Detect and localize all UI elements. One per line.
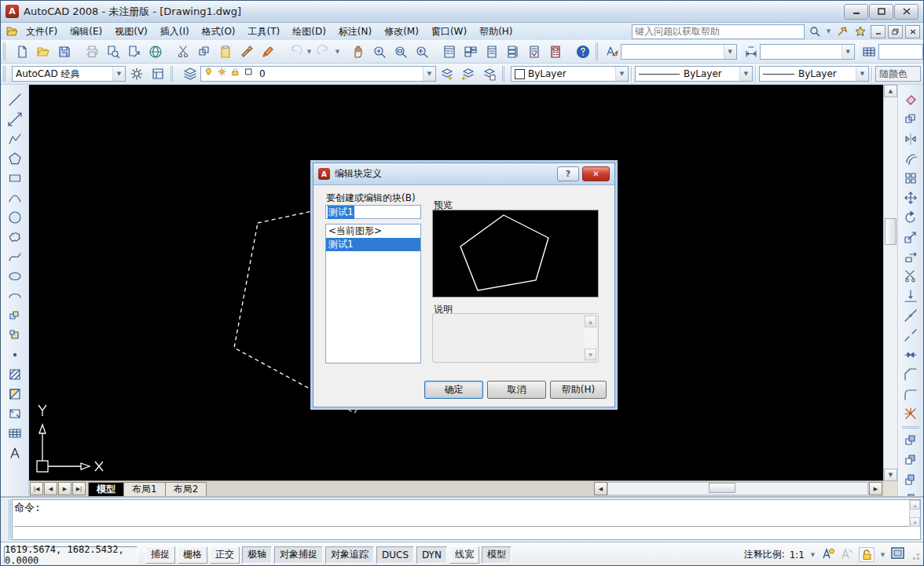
description-box[interactable]: ▲ ▼ xyxy=(432,313,599,363)
dim-style-combo[interactable]: ▼ xyxy=(760,44,854,60)
layer-unlock-icon[interactable] xyxy=(231,68,242,81)
toggle-正交[interactable]: 正交 xyxy=(210,546,240,564)
layer-properties-manager-icon[interactable] xyxy=(179,64,200,84)
save-icon[interactable] xyxy=(53,42,75,62)
explode-icon[interactable] xyxy=(900,404,922,423)
dialog-title-bar[interactable]: A 编辑块定义 ? ✕ xyxy=(314,163,614,185)
block-editor-icon[interactable] xyxy=(257,42,278,62)
array-icon[interactable] xyxy=(900,168,922,188)
chevron-down-icon[interactable]: ▼ xyxy=(423,67,435,81)
command-text-area[interactable]: 命令: ▲ ▼ xyxy=(12,499,921,540)
chevron-down-icon[interactable]: ▼ xyxy=(724,45,736,59)
workspace-combo[interactable]: AutoCAD 经典▼ xyxy=(12,66,126,82)
color-combo[interactable]: ByLayer▼ xyxy=(511,66,629,82)
fillet-icon[interactable] xyxy=(900,384,922,404)
match-properties-icon[interactable] xyxy=(236,42,257,62)
make-layer-current-icon[interactable] xyxy=(436,64,457,84)
chevron-down-icon[interactable]: ▼ xyxy=(615,67,628,81)
command-window-drag-handle[interactable] xyxy=(2,499,11,540)
polygon-icon[interactable] xyxy=(4,148,26,168)
mdi-minimize-button[interactable] xyxy=(871,25,886,38)
copy-icon[interactable] xyxy=(193,42,214,62)
construction-line-icon[interactable] xyxy=(4,109,26,129)
workspace-settings-gear-icon[interactable] xyxy=(126,64,147,84)
break-icon[interactable] xyxy=(900,325,922,345)
help-search-input[interactable] xyxy=(632,24,805,39)
table-icon[interactable] xyxy=(4,423,26,443)
make-block-icon[interactable] xyxy=(4,325,26,345)
linetype-combo[interactable]: ByLayer▼ xyxy=(635,66,753,82)
scroll-left-icon[interactable]: ◀ xyxy=(594,482,607,495)
tab-模型[interactable]: 模型 xyxy=(88,482,124,496)
block-name-input[interactable]: 测试1 xyxy=(325,205,421,219)
menu-3[interactable]: 视图(V) xyxy=(108,24,154,40)
scroll-right-icon[interactable]: ▶ xyxy=(869,482,882,495)
block-list[interactable]: <当前图形>测试1 xyxy=(325,224,421,363)
toggle-对象捕捉[interactable]: 对象捕捉 xyxy=(274,546,323,564)
dialog-close-button[interactable]: ✕ xyxy=(582,166,610,181)
block-list-item-1[interactable]: <当前图形> xyxy=(326,225,420,238)
annotation-autoscale-icon[interactable] xyxy=(840,547,854,562)
table-style-combo[interactable] xyxy=(878,44,923,60)
lineweight-combo[interactable]: ByLayer▼ xyxy=(759,66,869,82)
hatch-icon[interactable] xyxy=(4,364,26,384)
insert-block-icon[interactable] xyxy=(4,305,26,325)
circle-icon[interactable] xyxy=(4,207,26,227)
gradient-icon[interactable] xyxy=(4,384,26,404)
search-icon[interactable] xyxy=(807,24,823,39)
properties-icon[interactable] xyxy=(438,42,460,62)
toggle-DUCS[interactable]: DUCS xyxy=(376,546,414,564)
open-file-icon[interactable] xyxy=(32,42,53,62)
chevron-down-icon[interactable]: ▼ xyxy=(112,67,125,81)
mirror-icon[interactable] xyxy=(900,129,922,148)
scroll-down-icon[interactable]: ▼ xyxy=(585,349,596,360)
break-at-point-icon[interactable] xyxy=(900,305,922,325)
scroll-down-icon[interactable]: ▼ xyxy=(884,469,897,481)
toggle-极轴[interactable]: 极轴 xyxy=(242,546,272,564)
cut-icon[interactable] xyxy=(172,42,193,62)
3d-dwf-icon[interactable] xyxy=(145,42,166,62)
zoom-previous-icon[interactable] xyxy=(411,42,432,62)
zoom-window-icon[interactable] xyxy=(390,42,411,62)
help-icon[interactable] xyxy=(572,42,593,62)
layer-on-bulb-icon[interactable] xyxy=(204,68,215,81)
publish-icon[interactable] xyxy=(123,42,145,62)
lock-dropdown-icon[interactable]: ▼ xyxy=(879,552,886,558)
resize-grip[interactable] xyxy=(909,550,920,561)
workspaces-toolbar-drag-handle[interactable] xyxy=(3,66,9,82)
quickcalc-icon[interactable] xyxy=(544,42,566,62)
toggle-对象追踪[interactable]: 对象追踪 xyxy=(325,546,374,564)
layer-thaw-sun-icon[interactable] xyxy=(218,68,229,81)
block-list-item-2[interactable]: 测试1 xyxy=(326,238,420,251)
chevron-down-icon[interactable]: ▼ xyxy=(856,67,868,81)
revision-cloud-icon[interactable] xyxy=(4,227,26,246)
designcenter-icon[interactable] xyxy=(460,42,481,62)
undo-dropdown-icon[interactable]: ▼ xyxy=(306,49,313,55)
command-input-line[interactable] xyxy=(14,524,918,538)
horizontal-scrollbar[interactable]: ◀ ▶ xyxy=(593,483,882,495)
coordinate-readout[interactable]: 1619.5674, 1682.5432, 0.0000 xyxy=(4,546,138,564)
new-file-icon[interactable] xyxy=(11,42,32,62)
tab-布局1[interactable]: 布局1 xyxy=(123,482,166,496)
plot-preview-icon[interactable] xyxy=(102,42,123,62)
command-scrollbar[interactable]: ▲ ▼ xyxy=(909,500,920,527)
dim-style-icon[interactable] xyxy=(742,42,760,62)
redo-icon[interactable] xyxy=(313,42,334,62)
move-icon[interactable] xyxy=(900,188,922,207)
toggle-线宽[interactable]: 线宽 xyxy=(449,546,479,564)
rectangle-icon[interactable] xyxy=(4,168,26,188)
undo-icon[interactable] xyxy=(284,42,306,62)
toolbar-lock-icon[interactable] xyxy=(859,547,874,562)
offset-icon[interactable] xyxy=(900,148,922,168)
vertical-scrollbar[interactable]: ▲ ▼ xyxy=(883,85,897,481)
layer-previous-icon[interactable] xyxy=(457,64,478,84)
toggle-捕捉[interactable]: 捕捉 xyxy=(145,546,175,564)
zoom-realtime-icon[interactable] xyxy=(368,42,390,62)
scroll-up-icon[interactable]: ▲ xyxy=(585,316,596,327)
chamfer-icon[interactable] xyxy=(900,364,922,384)
ellipse-icon[interactable] xyxy=(4,266,26,286)
toggle-栅格[interactable]: 栅格 xyxy=(178,546,207,564)
markup-manager-icon[interactable] xyxy=(523,42,544,62)
text-style-combo[interactable]: ▼ xyxy=(621,44,736,60)
tool-palettes-icon[interactable] xyxy=(481,42,502,62)
